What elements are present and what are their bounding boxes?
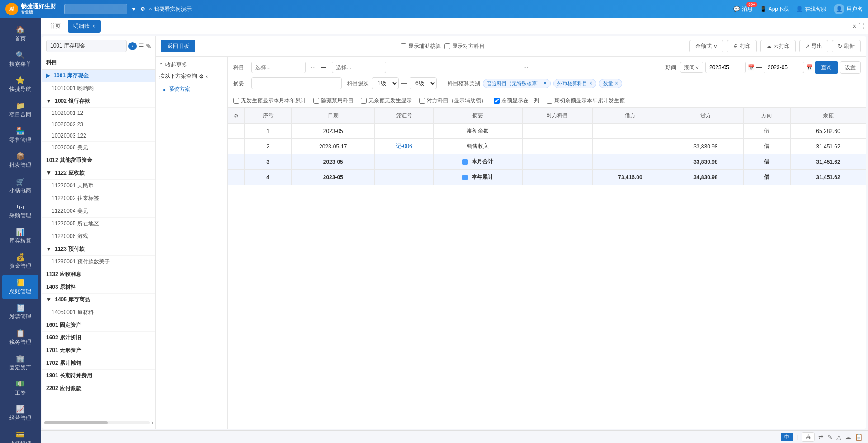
- tree-item-1801[interactable]: 1801 长期待摊费用: [42, 370, 155, 382]
- tree-item-10020002[interactable]: 10020002 23: [42, 119, 155, 130]
- calc-tag2-close[interactable]: ×: [589, 80, 592, 86]
- tab-maximize-btn[interactable]: ⛶: [858, 23, 864, 30]
- period-type-btn[interactable]: 期间∨: [680, 62, 703, 73]
- sidebar-item-business[interactable]: 📈 经营管理: [2, 401, 38, 426]
- bottom-icon-2[interactable]: ✎: [827, 433, 833, 441]
- header-search-input[interactable]: [64, 4, 127, 14]
- tree-item-1001[interactable]: ▶ 1001 库存现金: [42, 70, 155, 82]
- message-btn[interactable]: 💬 消息 99+: [733, 5, 753, 13]
- bottom-icon-1[interactable]: ⇄: [818, 433, 824, 441]
- print-btn[interactable]: 🖨 打印: [727, 40, 757, 52]
- col-settings[interactable]: ⚙: [228, 108, 245, 124]
- sidebar-item-search[interactable]: 🔍 搜索菜单: [2, 47, 38, 71]
- level-to-select[interactable]: 6级: [410, 77, 437, 89]
- cb-show-initial-input[interactable]: [547, 98, 552, 104]
- app-download-btn[interactable]: 📱 App下载: [760, 5, 789, 13]
- tree-item-10020003[interactable]: 10020003 122: [42, 130, 155, 142]
- calc-tag1-close[interactable]: ×: [543, 80, 547, 86]
- show-opposite-checkbox[interactable]: 显示对方科目: [444, 43, 485, 50]
- cb-show-opposite-input[interactable]: [419, 98, 425, 104]
- summary-input[interactable]: [251, 77, 342, 89]
- cb-no-balance2-input[interactable]: [361, 98, 367, 104]
- tree-item-1602[interactable]: 1602 累计折旧: [42, 332, 155, 344]
- subject-from-input[interactable]: [251, 62, 306, 73]
- tab-close-btn[interactable]: ×: [92, 24, 95, 29]
- account-selector[interactable]: 1001 库存现金: [46, 40, 127, 52]
- tree-item-1002[interactable]: ▼ 1002 银行存款: [42, 95, 155, 108]
- tab-close-window-btn[interactable]: ×: [853, 23, 856, 30]
- gear-icon[interactable]: ⚙: [140, 6, 145, 12]
- rollback-btn[interactable]: 返回旧版: [161, 40, 195, 52]
- tree-item-10010001[interactable]: 10010001 哟哟哟: [42, 82, 155, 95]
- lang-zh-btn[interactable]: 中: [781, 433, 793, 441]
- voucher-link-2[interactable]: 记-006: [396, 143, 412, 149]
- cb-show-initial[interactable]: 期初余额显示本年累计发生额: [547, 97, 625, 105]
- sidebar-item-salary[interactable]: 💵 工资: [2, 376, 38, 400]
- sidebar-item-wholesale[interactable]: 📦 批发管理: [2, 148, 38, 173]
- tree-item-1123[interactable]: ▼ 1123 预付款: [42, 243, 155, 256]
- tree-item-1702[interactable]: 1702 累计摊销: [42, 357, 155, 370]
- sidebar-item-ecommerce[interactable]: 🛒 小畅电商: [2, 174, 38, 198]
- cb-show-opposite[interactable]: 对方科目（显示辅助项）: [419, 97, 486, 105]
- sidebar-item-invoice[interactable]: 🧾 发票管理: [2, 300, 38, 324]
- date-to-input[interactable]: [764, 62, 804, 73]
- tab-detail[interactable]: 明细账 ×: [68, 20, 101, 33]
- bottom-icon-3[interactable]: △: [836, 433, 841, 441]
- export-btn[interactable]: ↗ 导出: [799, 40, 828, 52]
- tree-item-10020001[interactable]: 10020001 12: [42, 108, 155, 119]
- refresh-btn[interactable]: ↻ 刷新: [832, 40, 861, 52]
- show-aux-input[interactable]: [401, 43, 406, 49]
- scheme-system-item[interactable]: ● 系统方案: [159, 83, 224, 96]
- sidebar-item-retail[interactable]: 🏪 零售管理: [2, 123, 38, 148]
- sidebar-item-quick[interactable]: ⭐ 快捷导航: [2, 72, 38, 97]
- cb-hide-disabled-input[interactable]: [313, 98, 319, 104]
- cb-balance-one-col-input[interactable]: [494, 98, 500, 104]
- cell-voucher-2[interactable]: 记-006: [375, 139, 434, 154]
- scheme-collapse-icon[interactable]: ‹: [206, 73, 208, 80]
- sidebar-item-stock[interactable]: 📊 库存核算: [2, 224, 38, 248]
- sidebar-item-assets[interactable]: 🏢 固定资产: [2, 351, 38, 375]
- cb-no-balance2[interactable]: 无余额无发生显示: [361, 97, 412, 105]
- tree-item-1601[interactable]: 1601 固定资产: [42, 319, 155, 332]
- cloud-print-btn[interactable]: ☁ 云打印: [760, 40, 796, 52]
- sidebar-item-tax[interactable]: 📋 税务管理: [2, 325, 38, 350]
- cb-hide-disabled[interactable]: 隐藏禁用科目: [313, 97, 354, 105]
- calc-tag-3[interactable]: 数量 ×: [599, 79, 622, 88]
- demo-link[interactable]: ○ 我要看实例演示: [149, 5, 192, 13]
- tree-item-14050001[interactable]: 14050001 原材料: [42, 306, 155, 319]
- user-area[interactable]: 👤 用户名: [834, 4, 863, 14]
- bottom-icon-4[interactable]: ☁: [845, 433, 851, 441]
- tree-item-1012[interactable]: 1012 其他货币资金: [42, 154, 155, 167]
- tree-item-11230001[interactable]: 11230001 预付款数美于: [42, 256, 155, 268]
- sidebar-item-xcsales[interactable]: 💳 小畅报销: [2, 427, 38, 443]
- sidebar-item-general[interactable]: 📒 总账管理: [2, 275, 38, 299]
- calc-tag-2[interactable]: 外币核算科目 ×: [553, 79, 596, 88]
- horizontal-scrollbar[interactable]: [44, 421, 150, 424]
- cb-no-balance-input[interactable]: [233, 98, 239, 104]
- show-aux-checkbox[interactable]: 显示辅助核算: [401, 43, 441, 50]
- scroll-right-btn[interactable]: ›: [151, 419, 153, 426]
- currency-btn[interactable]: 金额式 ∨: [689, 40, 723, 52]
- list-icon[interactable]: ☰: [138, 43, 144, 50]
- tab-home[interactable]: 首页: [44, 20, 66, 33]
- online-service-btn[interactable]: 👤 在线客服: [796, 5, 826, 13]
- tree-item-1132[interactable]: 1132 应收利息: [42, 268, 155, 281]
- show-opposite-input[interactable]: [444, 43, 450, 49]
- filter-setting-btn[interactable]: 设置: [840, 61, 861, 74]
- lang-en-btn[interactable]: 英: [802, 432, 815, 442]
- sidebar-item-purchase[interactable]: 🛍 采购管理: [2, 199, 38, 223]
- tree-item-11220002[interactable]: 11220002 往来标签: [42, 192, 155, 205]
- tree-item-11220004[interactable]: 11220004 美元: [42, 205, 155, 218]
- sidebar-item-home[interactable]: 🏠 首页: [2, 22, 38, 46]
- tree-item-1403[interactable]: 1403 原材料: [42, 281, 155, 294]
- tree-item-11220006[interactable]: 11220006 游戏: [42, 230, 155, 243]
- tree-item-11220005[interactable]: 11220005 所在地区: [42, 218, 155, 230]
- tree-item-1701[interactable]: 1701 无形资产: [42, 344, 155, 357]
- tree-item-2202[interactable]: 2202 应付账款: [42, 382, 155, 395]
- tree-item-10020006[interactable]: 10020006 美元: [42, 142, 155, 154]
- cb-balance-one-col[interactable]: 余额显示在一列: [494, 97, 539, 105]
- query-btn[interactable]: 查询: [815, 61, 838, 74]
- subject-to-input[interactable]: [332, 62, 386, 73]
- cb-no-balance[interactable]: 无发生额显示本月本年累计: [233, 97, 306, 105]
- scheme-settings-icon[interactable]: ⚙: [199, 73, 204, 80]
